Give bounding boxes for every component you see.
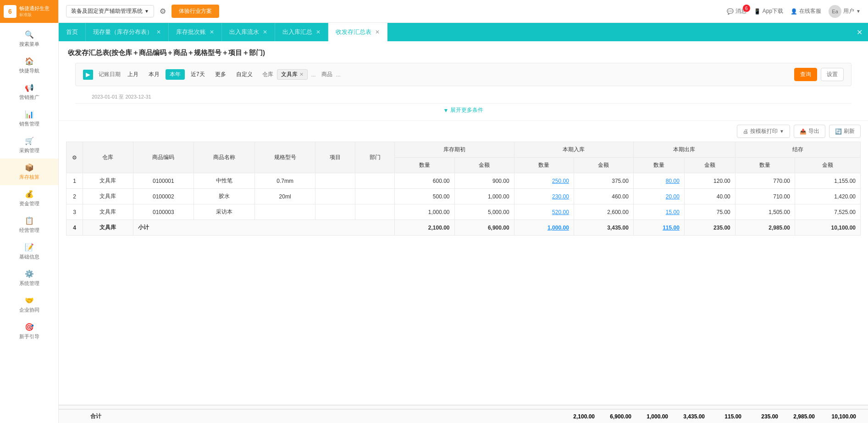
subtotal-out-qty[interactable]: 115.00 xyxy=(633,220,684,236)
page-title: 收发存汇总表(按仓库＋商品编码＋商品＋规格型号＋项目＋部门) xyxy=(68,49,859,57)
filter-expand-button[interactable]: ▶ xyxy=(83,70,93,80)
query-button[interactable]: 查询 xyxy=(794,68,817,81)
th-in-group: 本期入库 xyxy=(514,142,633,158)
th-warehouse: 仓库 xyxy=(83,142,133,173)
data-table: ⚙ 仓库 商品编码 商品名称 规格型号 项目 部门 库存期初 本期入库 本期出库… xyxy=(66,142,861,236)
online-support-button[interactable]: 👤 在线客服 xyxy=(791,7,821,15)
date-options: 上月 本月 本年 近7天 更多 自定义 xyxy=(123,69,257,80)
subtotal-warehouse: 文具库 xyxy=(83,220,133,236)
sidebar-item-sales[interactable]: 📊 销售管理 xyxy=(0,105,58,132)
sidebar-item-enterprise[interactable]: 🤝 企业协同 xyxy=(0,291,58,318)
row-out-qty-link[interactable]: 80.00 xyxy=(633,173,684,189)
th-closing-qty: 数量 xyxy=(735,158,795,173)
page: 收发存汇总表(按仓库＋商品编码＋商品＋规格型号＋项目＋部门) ▶ 记账日期 上月… xyxy=(59,41,868,423)
app-download-button[interactable]: 📱 App下载 xyxy=(754,7,783,15)
row-opening-qty: 600.00 xyxy=(395,173,454,189)
avatar: Ea xyxy=(829,5,841,18)
support-icon: 👤 xyxy=(791,8,797,15)
subtotal-opening-amount: 6,900.00 xyxy=(454,220,514,236)
th-closing-amount: 金额 xyxy=(795,158,860,173)
print-button[interactable]: 🖨 按模板打印 ▼ xyxy=(737,125,790,138)
row-out-qty-link[interactable]: 15.00 xyxy=(633,204,684,220)
logo-icon: 6 xyxy=(4,5,17,18)
sidebar-item-operations[interactable]: 📋 经营管理 xyxy=(0,212,58,238)
export-button[interactable]: 📤 导出 xyxy=(794,125,825,138)
sidebar: 6 畅捷通好生意 标准版 🔍 搜索菜单 🏠 快捷导航 📢 营销推广 📊 销售管理… xyxy=(0,0,59,423)
user-menu[interactable]: Ea 用户 ▼ xyxy=(829,5,861,18)
tab-close-icon[interactable]: ✕ xyxy=(263,29,267,35)
th-department: 部门 xyxy=(355,142,394,173)
sidebar-item-guide[interactable]: 🎯 新手引导 xyxy=(0,318,58,345)
product-more-btn[interactable]: ... xyxy=(336,71,341,78)
row-department xyxy=(355,173,394,189)
tab-inout-summary-label: 出入库汇总 xyxy=(282,28,312,36)
row-project xyxy=(315,189,355,204)
sidebar-item-quick-nav[interactable]: 🏠 快捷导航 xyxy=(0,52,58,79)
tab-close-icon[interactable]: ✕ xyxy=(210,29,214,35)
message-button[interactable]: 💬 消息 6 xyxy=(727,7,746,15)
product-filter-group: 商品 ... xyxy=(321,71,341,78)
row-product-spec xyxy=(254,204,315,220)
th-closing-group: 结存 xyxy=(735,142,860,158)
warehouse-tag-close[interactable]: ✕ xyxy=(299,71,304,77)
tab-inventory-dist[interactable]: 现存量（库存分布表） ✕ xyxy=(86,23,169,41)
close-all-tabs-button[interactable]: ✕ xyxy=(851,28,868,37)
warehouse-more-btn[interactable]: ... xyxy=(311,71,316,78)
row-in-qty-link[interactable]: 230.00 xyxy=(514,189,574,204)
tab-inventory-dist-label: 现存量（库存分布表） xyxy=(93,28,153,36)
date-btn-this-month[interactable]: 本月 xyxy=(144,69,164,80)
tab-home-label: 首页 xyxy=(66,28,78,36)
expand-more-button[interactable]: ▼ 展开更多条件 xyxy=(75,103,851,117)
finance-icon: 💰 xyxy=(25,190,34,198)
row-in-qty-link[interactable]: 520.00 xyxy=(514,204,574,220)
tab-inout-flow[interactable]: 出入库流水 ✕ xyxy=(222,23,275,41)
sidebar-item-inventory[interactable]: 📦 库存核算 xyxy=(0,159,58,185)
sidebar-item-basic-info[interactable]: 📝 基础信息 xyxy=(0,238,58,265)
row-out-amount: 120.00 xyxy=(684,173,735,189)
row-out-qty-link[interactable]: 20.00 xyxy=(633,189,684,204)
chevron-down-icon: ▼ xyxy=(443,107,449,114)
topbar-left: 装备及固定资产辅助管理系统 ▼ ⚙ 体验行业方案 xyxy=(66,5,219,18)
refresh-button[interactable]: 🔄 刷新 xyxy=(829,125,861,138)
date-btn-last-month[interactable]: 上月 xyxy=(123,69,143,80)
date-btn-this-year[interactable]: 本年 xyxy=(166,69,185,80)
system-name: 装备及固定资产辅助管理系统 xyxy=(71,7,143,15)
trial-button[interactable]: 体验行业方案 xyxy=(171,5,219,18)
row-opening-amount: 5,000.00 xyxy=(454,204,514,220)
th-product-name: 商品名称 xyxy=(194,142,255,173)
user-label: 用户 xyxy=(843,7,854,15)
date-btn-custom[interactable]: 自定义 xyxy=(232,69,257,80)
tab-home[interactable]: 首页 xyxy=(59,23,86,41)
sidebar-item-purchase[interactable]: 🛒 采购管理 xyxy=(0,132,58,159)
row-project xyxy=(315,173,355,189)
sidebar-item-finance[interactable]: 💰 资金管理 xyxy=(0,185,58,212)
subtotal-in-qty[interactable]: 1,000.00 xyxy=(514,220,574,236)
sidebar-item-label: 库存核算 xyxy=(19,174,39,181)
sidebar-item-search[interactable]: 🔍 搜索菜单 xyxy=(0,26,58,52)
date-btn-7days[interactable]: 近7天 xyxy=(187,69,209,80)
sidebar-item-label: 系统管理 xyxy=(19,280,39,287)
row-in-qty-link[interactable]: 250.00 xyxy=(514,173,574,189)
setting-button[interactable]: 设置 xyxy=(821,68,844,81)
search-icon: 🔍 xyxy=(25,30,34,39)
sidebar-item-system[interactable]: ⚙️ 系统管理 xyxy=(0,265,58,291)
system-selector[interactable]: 装备及固定资产辅助管理系统 ▼ xyxy=(66,5,154,17)
date-btn-more[interactable]: 更多 xyxy=(211,69,230,80)
tab-recv-send-summary[interactable]: 收发存汇总表 ✕ xyxy=(328,23,387,41)
system-icon: ⚙️ xyxy=(25,269,34,278)
sidebar-item-marketing[interactable]: 📢 营销推广 xyxy=(0,79,58,105)
tab-close-icon[interactable]: ✕ xyxy=(375,29,380,35)
page-header: 收发存汇总表(按仓库＋商品编码＋商品＋规格型号＋项目＋部门) ▶ 记账日期 上月… xyxy=(59,41,868,121)
th-settings[interactable]: ⚙ xyxy=(66,142,83,173)
sidebar-item-label: 资金管理 xyxy=(19,200,39,207)
row-department xyxy=(355,189,394,204)
gear-icon[interactable]: ⚙ xyxy=(158,5,168,17)
tab-inout-summary[interactable]: 出入库汇总 ✕ xyxy=(275,23,328,41)
tab-close-icon[interactable]: ✕ xyxy=(316,29,321,35)
footer-bar-values: 2,100.00 6,900.00 1,000.00 3,435.00 115.… xyxy=(126,413,861,420)
tab-close-icon[interactable]: ✕ xyxy=(156,29,161,35)
row-opening-qty: 500.00 xyxy=(395,189,454,204)
tab-batch[interactable]: 库存批次账 ✕ xyxy=(169,23,222,41)
row-closing-amount: 7,525.00 xyxy=(795,204,860,220)
table-row: 3 文具库 0100003 采访本 1,000.00 5,000.00 520.… xyxy=(66,204,861,220)
